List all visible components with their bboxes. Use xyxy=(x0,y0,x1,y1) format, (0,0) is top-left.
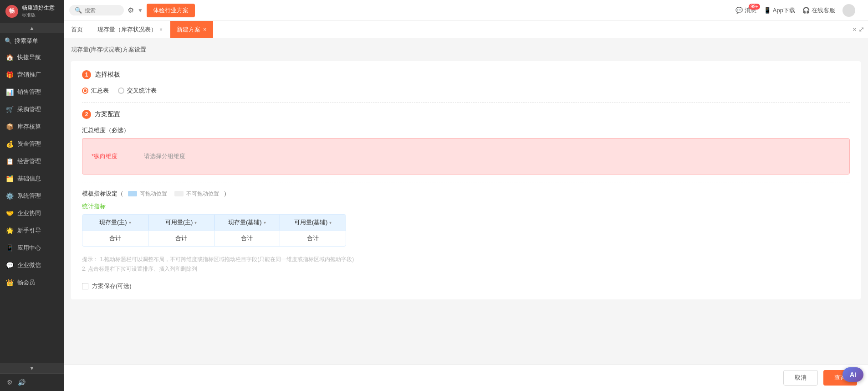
sidebar-item-label: 畅会员 xyxy=(17,278,35,287)
star-icon: 🌟 xyxy=(5,226,14,235)
stats-col-1[interactable]: 现存量(主) ▾ xyxy=(82,215,148,230)
tab-collapse-btn[interactable]: × xyxy=(853,26,857,34)
save-checkbox[interactable] xyxy=(82,283,88,289)
dimension-label: 汇总维度（必选） xyxy=(82,126,850,134)
sidebar-nav: 🏠 快捷导航 🎁 营销推广 📊 销售管理 🛒 采购管理 📦 库存核算 💰 资金管… xyxy=(0,49,64,363)
search-input[interactable] xyxy=(85,7,121,14)
cancel-button[interactable]: 取消 xyxy=(783,370,818,386)
divider2 xyxy=(82,182,850,182)
page-title: 现存量(库存状况表)方案设置 xyxy=(71,46,861,54)
section2-number: 2 xyxy=(82,110,91,119)
tab-new-close[interactable]: × xyxy=(203,26,207,33)
topbar-right: 💬 消息 99+ 📱 App下载 🎧 在线客服 xyxy=(735,4,863,17)
trial-btn[interactable]: 体验行业方案 xyxy=(147,4,195,17)
radio-cross[interactable]: 交叉统计表 xyxy=(118,87,157,95)
save-option: 方案保存(可选) xyxy=(82,282,850,290)
sidebar-item-label: 系统管理 xyxy=(17,192,41,200)
sidebar-scroll-down[interactable]: ▼ xyxy=(0,363,64,373)
message-btn[interactable]: 💬 消息 99+ xyxy=(735,6,756,15)
topbar-dropdown-icon[interactable]: ▼ xyxy=(138,7,143,14)
stats-col-3-label: 现存量(基辅) xyxy=(228,218,262,226)
home-icon: 🏠 xyxy=(5,53,14,62)
ai-float-button[interactable]: Ai xyxy=(842,367,863,382)
cart-icon: 🛒 xyxy=(5,105,14,113)
sidebar-item-label: 快捷导航 xyxy=(17,53,41,62)
stats-cell-3: 合计 xyxy=(214,231,281,246)
sidebar-search-label: 搜索菜单 xyxy=(15,37,38,45)
gear-icon: ⚙️ xyxy=(5,192,14,200)
sidebar-footer: ⚙ 🔊 xyxy=(0,373,64,391)
sidebar-item-quick-nav[interactable]: 🏠 快捷导航 xyxy=(0,49,64,66)
dimension-placeholder: 请选择分组维度 xyxy=(144,152,185,160)
app-name-block: 畅康通好生意 标准版 xyxy=(22,5,55,18)
content-area: 现存量(库存状况表)方案设置 1 选择模板 汇总表 交叉统计表 2 xyxy=(64,38,868,364)
app-edition: 标准版 xyxy=(22,12,55,18)
sidebar-item-inventory[interactable]: 📦 库存核算 xyxy=(0,118,64,135)
divider1 xyxy=(82,102,850,103)
stats-col-3[interactable]: 现存量(基辅) ▾ xyxy=(214,215,281,230)
settings-footer-icon[interactable]: ⚙ xyxy=(5,378,14,386)
radio-summary[interactable]: 汇总表 xyxy=(82,87,109,95)
sidebar-item-label: 销售管理 xyxy=(17,88,41,96)
sound-footer-icon[interactable]: 🔊 xyxy=(17,378,26,386)
sidebar-item-base-info[interactable]: 🗂️ 基础信息 xyxy=(0,170,64,187)
tab-inventory[interactable]: 现存量（库存状况表） × xyxy=(90,21,170,38)
indicator-label: 模板指标设定（ 可拖动位置 不可拖动位置 ） xyxy=(82,190,850,198)
section2-header: 2 方案配置 xyxy=(82,110,850,119)
stats-cell-4: 合计 xyxy=(280,231,346,246)
tips-section: 提示： 1.拖动标题栏可以调整布局，不可跨维度或指标区域拖动栏目字段(只能在同一… xyxy=(82,256,850,273)
tabs-bar: 首页 现存量（库存状况表） × 新建方案 × × ⤢ xyxy=(64,21,868,38)
phone-icon: 📱 xyxy=(5,244,14,252)
stats-col-2-chevron: ▾ xyxy=(194,220,197,225)
online-service-label: 在线客服 xyxy=(812,6,835,15)
sidebar-item-label: 库存核算 xyxy=(17,123,41,131)
save-label: 方案保存(可选) xyxy=(92,282,132,290)
sidebar-item-label: 经营管理 xyxy=(17,157,41,165)
sidebar-item-marketing[interactable]: 🎁 营销推广 xyxy=(0,66,64,83)
sidebar-item-enterprise[interactable]: 🤝 企业协同 xyxy=(0,205,64,222)
sidebar-item-wechat[interactable]: 💬 企业微信 xyxy=(0,257,64,274)
drag-position-indicator xyxy=(128,191,137,196)
tab-new-plan[interactable]: 新建方案 × xyxy=(170,21,213,38)
sidebar-scroll-up[interactable]: ▲ xyxy=(0,23,64,33)
hint-draggable: 可拖动位置 xyxy=(128,190,167,198)
sidebar-search[interactable]: 🔍 搜索菜单 xyxy=(0,33,64,49)
avatar[interactable] xyxy=(842,4,855,17)
message-icon: 💬 xyxy=(735,7,743,14)
topbar-search-box[interactable]: 🔍 xyxy=(69,5,124,15)
app-download-label: App下载 xyxy=(773,6,795,15)
ai-label: Ai xyxy=(850,371,856,378)
topbar-settings-icon[interactable]: ⚙ xyxy=(128,6,134,15)
stats-col-4[interactable]: 可用量(基辅) ▾ xyxy=(280,215,346,230)
template-options: 汇总表 交叉统计表 xyxy=(82,87,850,95)
tab-expand-btn[interactable]: ⤢ xyxy=(858,25,864,34)
search-topbar-icon: 🔍 xyxy=(75,7,82,14)
topbar: 🔍 ⚙ ▼ 体验行业方案 💬 消息 99+ 📱 App下载 🎧 在线客服 xyxy=(64,0,868,21)
section1-header: 1 选择模板 xyxy=(82,70,850,79)
sidebar-item-app-center[interactable]: 📱 应用中心 xyxy=(0,239,64,257)
dimension-box[interactable]: *纵向维度 —— 请选择分组维度 xyxy=(82,138,850,175)
sidebar-item-system[interactable]: ⚙️ 系统管理 xyxy=(0,187,64,205)
sidebar-item-newbie[interactable]: 🌟 新手引导 xyxy=(0,222,64,239)
app-logo-icon: 畅 xyxy=(5,5,18,18)
sidebar-item-sales[interactable]: 📊 销售管理 xyxy=(0,83,64,101)
stats-section-label: 统计指标 xyxy=(82,202,850,211)
sidebar-item-finance[interactable]: 💰 资金管理 xyxy=(0,135,64,153)
sidebar-item-operations[interactable]: 📋 经营管理 xyxy=(0,153,64,170)
sidebar-item-label: 新手引导 xyxy=(17,226,41,235)
indicator-title-suffix: ） xyxy=(224,190,230,198)
home-tab-label: 首页 xyxy=(71,26,83,34)
dimension-required: *纵向维度 xyxy=(92,152,117,160)
phone-download-icon: 📱 xyxy=(764,7,771,14)
tab-home[interactable]: 首页 xyxy=(64,21,90,38)
stats-col-2-label: 可用量(主) xyxy=(165,218,193,226)
sidebar-logo: 畅 畅康通好生意 标准版 xyxy=(0,0,64,23)
sidebar-item-member[interactable]: 👑 畅会员 xyxy=(0,274,64,291)
stats-col-2[interactable]: 可用量(主) ▾ xyxy=(148,215,214,230)
radio-summary-label: 汇总表 xyxy=(91,87,109,95)
no-drag-label: 不可拖动位置 xyxy=(186,190,219,198)
tab-inventory-close[interactable]: × xyxy=(159,26,163,33)
sidebar-item-purchase[interactable]: 🛒 采购管理 xyxy=(0,101,64,118)
online-service-btn[interactable]: 🎧 在线客服 xyxy=(802,6,835,15)
app-download-btn[interactable]: 📱 App下载 xyxy=(764,6,795,15)
